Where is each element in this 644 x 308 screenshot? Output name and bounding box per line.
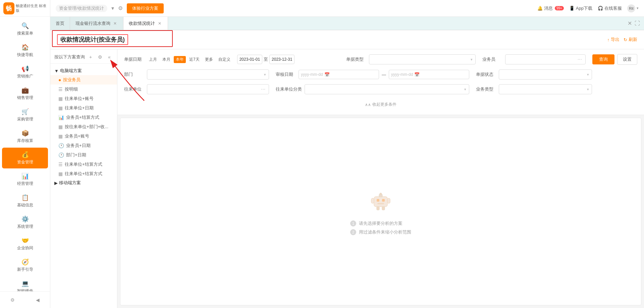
sidebar-item-purchase[interactable]: 🛒 采购管理	[2, 105, 48, 125]
app-download-btn[interactable]: 📱 App下载	[569, 5, 592, 11]
partner-dots-btn[interactable]: ···	[260, 86, 266, 92]
notification-icon: 🔔	[537, 6, 543, 11]
sidebar-item-shortcut[interactable]: 🏠 快捷导航	[2, 40, 48, 61]
tree-item-by-mingxi[interactable]: ☰ 按明细	[50, 85, 117, 94]
sidebar-item-corp[interactable]: 🤝 企业协同	[2, 234, 48, 254]
marketing-icon: 📢	[21, 65, 29, 72]
inventory-icon: 📦	[21, 130, 29, 137]
tree-mobile-header[interactable]: ▶ 移动端方案	[50, 178, 117, 187]
sidebar-item-marketing[interactable]: 📢 营销推广	[2, 62, 48, 83]
tree-item-label: 往来单位+账号	[65, 96, 94, 102]
filter-row-2: 部门 ▾ 审核日期 yyyy-mm-dd 📅	[124, 69, 637, 80]
industry-solution-btn[interactable]: 体验行业方案	[127, 3, 164, 13]
filter-row-3: 往来单位 ··· 往来单位分类 ▾	[124, 84, 637, 94]
svg-rect-8	[377, 207, 379, 210]
refresh-btn[interactable]: ↻ 刷新	[624, 37, 637, 43]
svg-rect-1	[377, 199, 379, 202]
export-icon: ↑	[607, 37, 610, 42]
add-scheme-btn[interactable]: +	[87, 53, 94, 61]
partner-select[interactable]: ···	[147, 84, 269, 94]
system-icon: ⚙️	[21, 215, 29, 223]
tree-item-label: 业务员+账号	[65, 133, 89, 139]
sidebar-item-finance[interactable]: 💰 资金管理	[2, 148, 48, 168]
date-tab-last-month[interactable]: 上月	[147, 56, 159, 63]
date-label: 单据日期	[124, 56, 144, 62]
biz-type-select[interactable]: ▾	[499, 84, 592, 94]
biz-type-label: 业务类型	[476, 86, 496, 92]
tree-item-unit-date[interactable]: ▦ 往来单位+日期	[50, 103, 117, 113]
tree-item-unit-dept-recv[interactable]: ▦ 按往来单位+部门+收...	[50, 122, 117, 132]
voucher-type-select[interactable]: ▾	[369, 54, 475, 64]
sidebar-item-system[interactable]: ⚙️ 系统管理	[2, 212, 48, 233]
topbar-settings-btn[interactable]: ⚙	[118, 5, 123, 11]
tab-maximize-icon[interactable]: ⛶	[635, 20, 640, 27]
empty-illustration	[367, 188, 394, 215]
tree-collapse-icon: ▶	[54, 181, 58, 186]
date-tab-custom[interactable]: 自定义	[216, 56, 232, 63]
settings-btn[interactable]: 设置	[617, 54, 637, 65]
tree-item-unit-settle2[interactable]: ▦ 往来单位+结算方式	[50, 169, 117, 178]
sidebar-item-inventory[interactable]: 📦 库存核算	[2, 126, 48, 147]
filter-btn-group: 查询 设置	[592, 54, 637, 65]
sidebar-item-guide[interactable]: 🧭 新手引导	[2, 255, 48, 276]
date-tab-this-month[interactable]: 本月	[160, 56, 172, 63]
sidebar: 畅 畅捷通好生意 标准版 🔍 搜索菜单 🏠 快捷导航 📢 营销推广 💼 销售管理…	[0, 0, 50, 308]
tree-section: ▼ 电脑端方案 ● 按业务员 ☰ 按明细 ▦ 往来单位+账号	[50, 64, 117, 308]
tree-desktop-header[interactable]: ▼ 电脑端方案	[50, 66, 117, 75]
audit-to-input[interactable]: yyyy-mm-dd 📅	[389, 70, 469, 79]
scheme-settings-btn[interactable]: ⚙	[96, 53, 104, 61]
svg-rect-9	[382, 207, 385, 210]
salesperson-dots-btn[interactable]: ···	[577, 56, 583, 62]
notification-btn[interactable]: 🔔 消息 99+	[537, 5, 564, 11]
empty-state: 1 请先选择要分析的方案 2 用过滤条件来缩小分析范围	[350, 188, 411, 235]
sidebar-item-label: 销售管理	[17, 95, 33, 101]
topbar-dropdown-icon[interactable]: ▾	[111, 5, 114, 11]
sidebar-item-operations[interactable]: 📊 经营管理	[2, 169, 48, 190]
tree-item-sale-account[interactable]: ▦ 业务员+账号	[50, 132, 117, 141]
tree-item-unit-settle[interactable]: ☰ 往来单位+结算方式	[50, 160, 117, 169]
tab-bank[interactable]: 现金银行流水查询 ✕	[70, 17, 123, 30]
sidebar-item-sales[interactable]: 💼 销售管理	[2, 83, 48, 104]
sidebar-item-basic[interactable]: 📋 基础信息	[2, 191, 48, 211]
collapse-label: 收起更多条件	[372, 102, 396, 107]
date-tab-7days[interactable]: 近7天	[187, 56, 202, 63]
tree-item-dept-date[interactable]: 🕐 部门+日期	[50, 150, 117, 160]
tree-item-sale-settle[interactable]: 📊 业务员+结算方式	[50, 113, 117, 122]
export-label: 导出	[611, 37, 620, 43]
date-tab-this-year[interactable]: 本年	[174, 56, 186, 63]
tab-close-all-icon[interactable]: ✕	[628, 20, 632, 27]
dept-select[interactable]: ▾	[147, 69, 269, 80]
partner-category-select[interactable]: ▾	[305, 84, 469, 94]
query-btn[interactable]: 查询	[592, 54, 614, 64]
tree-item-sale-date[interactable]: 🕐 业务员+日期	[50, 141, 117, 150]
tab-receipt-close[interactable]: ✕	[157, 21, 162, 26]
tab-home[interactable]: 首页	[50, 17, 70, 30]
tab-receipt-label: 收款情况统计	[129, 20, 155, 27]
date-from-input[interactable]: 2023-01-01	[237, 55, 262, 64]
tree-item-by-salesperson[interactable]: ● 按业务员	[50, 75, 117, 85]
salesperson-select[interactable]: ···	[505, 54, 586, 64]
sidebar-item-search[interactable]: 🔍 搜索菜单	[2, 19, 48, 40]
voucher-type-dropdown-icon: ▾	[471, 57, 473, 62]
tree-item-unit-account[interactable]: ▦ 往来单位+账号	[50, 94, 117, 103]
tab-bank-close[interactable]: ✕	[112, 21, 118, 26]
tab-receipt[interactable]: 收款情况统计 ✕	[123, 17, 168, 30]
date-separator: 至	[264, 56, 268, 62]
empty-hint-1: 1 请先选择要分析的方案	[350, 220, 411, 226]
sidebar-item-hardware[interactable]: 💻 智能硬件	[2, 276, 48, 291]
sales-icon: 💼	[21, 87, 29, 94]
dept-date-icon: 🕐	[58, 152, 64, 158]
date-tab-more[interactable]: 更多	[203, 56, 215, 63]
online-service-btn[interactable]: 🎧 在线客服	[598, 5, 622, 11]
chevron-up-icon: ∧∧	[365, 102, 371, 107]
audit-from-input[interactable]: yyyy-mm-dd 📅	[299, 70, 379, 79]
svg-rect-0	[374, 197, 387, 207]
voucher-status-select[interactable]: ▾	[499, 69, 592, 80]
sidebar-settings-btn[interactable]: ⚙	[9, 296, 16, 304]
user-menu-btn[interactable]: Rit ▾	[627, 4, 639, 12]
collapse-panel-btn[interactable]: «	[106, 53, 113, 61]
sidebar-collapse-btn[interactable]: ◀	[35, 296, 41, 304]
export-btn[interactable]: ↑ 导出	[607, 37, 620, 43]
date-to-input[interactable]: 2023-12-31	[269, 55, 294, 64]
collapse-btn[interactable]: ∧∧ 收起更多条件	[124, 99, 637, 110]
